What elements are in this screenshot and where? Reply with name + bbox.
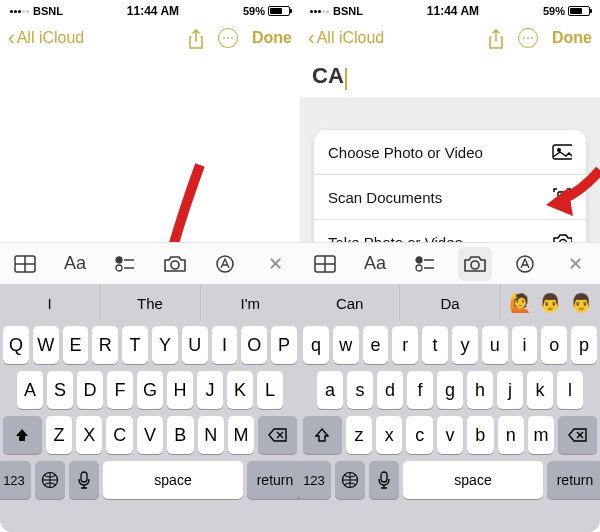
key[interactable]: W	[33, 326, 59, 364]
key[interactable]: Z	[46, 416, 72, 454]
format-button[interactable]: Aa	[358, 247, 392, 281]
key[interactable]: h	[467, 371, 493, 409]
key[interactable]: R	[92, 326, 118, 364]
return-key[interactable]: return	[247, 461, 303, 499]
checklist-icon[interactable]	[408, 247, 442, 281]
key[interactable]: c	[406, 416, 432, 454]
key[interactable]: f	[407, 371, 433, 409]
key[interactable]: x	[376, 416, 402, 454]
close-icon[interactable]: ✕	[258, 247, 292, 281]
back-button[interactable]: ‹ All iCloud	[308, 26, 384, 49]
key[interactable]: i	[512, 326, 538, 364]
key[interactable]: d	[377, 371, 403, 409]
more-icon[interactable]	[518, 28, 538, 48]
key[interactable]: n	[498, 416, 524, 454]
key[interactable]: b	[467, 416, 493, 454]
numeric-key[interactable]: 123	[0, 461, 31, 499]
shift-key[interactable]	[3, 416, 42, 454]
key[interactable]: m	[528, 416, 554, 454]
shift-key[interactable]	[303, 416, 342, 454]
key[interactable]: q	[303, 326, 329, 364]
key[interactable]: O	[241, 326, 267, 364]
dictation-key[interactable]	[69, 461, 99, 499]
key[interactable]: v	[437, 416, 463, 454]
suggestion-emoji[interactable]: 🙋 👨 👨	[501, 284, 600, 322]
key[interactable]: a	[317, 371, 343, 409]
globe-key[interactable]	[335, 461, 365, 499]
key[interactable]: t	[422, 326, 448, 364]
space-key[interactable]: space	[103, 461, 243, 499]
key[interactable]: F	[107, 371, 133, 409]
dictation-key[interactable]	[369, 461, 399, 499]
suggestion[interactable]: Da	[400, 284, 500, 322]
return-key[interactable]: return	[547, 461, 600, 499]
table-icon[interactable]	[8, 247, 42, 281]
camera-icon[interactable]	[158, 247, 192, 281]
share-icon[interactable]	[488, 29, 504, 47]
key[interactable]: N	[198, 416, 224, 454]
text-cursor	[345, 68, 347, 90]
markup-icon[interactable]	[508, 247, 542, 281]
markup-icon[interactable]	[208, 247, 242, 281]
key[interactable]: V	[137, 416, 163, 454]
key[interactable]: I	[212, 326, 238, 364]
svg-rect-7	[553, 145, 572, 159]
key[interactable]: z	[346, 416, 372, 454]
key[interactable]: g	[437, 371, 463, 409]
note-body[interactable]	[0, 57, 300, 97]
key[interactable]: G	[137, 371, 163, 409]
done-button[interactable]: Done	[552, 29, 592, 47]
key[interactable]: u	[482, 326, 508, 364]
numeric-key[interactable]: 123	[297, 461, 331, 499]
key[interactable]: r	[392, 326, 418, 364]
key[interactable]: o	[541, 326, 567, 364]
suggestion[interactable]: Can	[300, 284, 400, 322]
key[interactable]: s	[347, 371, 373, 409]
format-button[interactable]: Aa	[58, 247, 92, 281]
globe-key[interactable]	[35, 461, 65, 499]
key[interactable]: j	[497, 371, 523, 409]
key[interactable]: k	[527, 371, 553, 409]
camera-icon[interactable]	[458, 247, 492, 281]
key[interactable]: Q	[3, 326, 29, 364]
done-button[interactable]: Done	[252, 29, 292, 47]
key[interactable]: w	[333, 326, 359, 364]
key[interactable]: C	[106, 416, 132, 454]
table-icon[interactable]	[308, 247, 342, 281]
key[interactable]: l	[557, 371, 583, 409]
back-button[interactable]: ‹ All iCloud	[8, 26, 84, 49]
menu-scan-documents[interactable]: Scan Documents	[314, 175, 586, 220]
key[interactable]: K	[227, 371, 253, 409]
key[interactable]: y	[452, 326, 478, 364]
key[interactable]: M	[228, 416, 254, 454]
menu-choose-photo[interactable]: Choose Photo or Video	[314, 130, 586, 175]
key[interactable]: U	[182, 326, 208, 364]
key[interactable]: H	[167, 371, 193, 409]
key[interactable]: X	[76, 416, 102, 454]
delete-key[interactable]	[258, 416, 297, 454]
key[interactable]: A	[17, 371, 43, 409]
key[interactable]: E	[63, 326, 89, 364]
share-icon[interactable]	[188, 29, 204, 47]
space-key[interactable]: space	[403, 461, 543, 499]
key[interactable]: S	[47, 371, 73, 409]
more-icon[interactable]	[218, 28, 238, 48]
key[interactable]: B	[167, 416, 193, 454]
checklist-icon[interactable]	[108, 247, 142, 281]
suggestion[interactable]: The	[100, 284, 200, 322]
key[interactable]: D	[77, 371, 103, 409]
key[interactable]: T	[122, 326, 148, 364]
key[interactable]: p	[571, 326, 597, 364]
suggestion[interactable]: I'm	[201, 284, 300, 322]
key[interactable]: P	[271, 326, 297, 364]
svg-rect-9	[558, 192, 566, 202]
delete-key[interactable]	[558, 416, 597, 454]
notes-toolbar: Aa ✕	[300, 242, 600, 284]
note-body[interactable]: CA	[300, 57, 600, 97]
key[interactable]: J	[197, 371, 223, 409]
close-icon[interactable]: ✕	[558, 247, 592, 281]
key[interactable]: L	[257, 371, 283, 409]
key[interactable]: Y	[152, 326, 178, 364]
key[interactable]: e	[363, 326, 389, 364]
suggestion[interactable]: I	[0, 284, 100, 322]
